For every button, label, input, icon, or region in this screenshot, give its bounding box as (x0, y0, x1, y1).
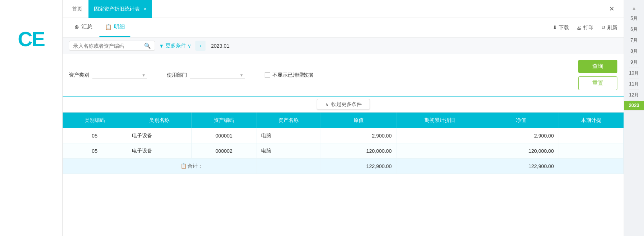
query-button[interactable]: 查询 (578, 60, 617, 73)
col-asset-name: 资产名称 (256, 113, 321, 128)
total-cell-empty1 (63, 159, 127, 174)
cell-category-name: 电子设备 (127, 143, 191, 159)
tab-summary[interactable]: ⊛ 汇总 (69, 18, 98, 37)
timeline-month-item[interactable]: 9月 (629, 57, 639, 68)
print-icon: 🖨 (577, 25, 582, 30)
cell-original-value: 120,000.00 (321, 143, 397, 159)
cell-asset-name: 电脑 (256, 143, 321, 159)
main-content: 首页 固定资产折旧统计表 × ✕ ⊛ 汇总 📋 明细 ⬇ 下载 🖨 打印 (63, 0, 624, 236)
col-category-code: 类别编码 (63, 113, 127, 128)
download-icon: ⬇ (553, 25, 557, 30)
date-nav-arrow[interactable]: › (195, 41, 206, 51)
collapse-button[interactable]: ∧ 收起更多条件 (317, 99, 370, 110)
download-button[interactable]: ⬇ 下载 (553, 24, 569, 31)
dept-label: 使用部门 (167, 72, 187, 79)
reset-button[interactable]: 重置 (578, 76, 617, 90)
download-label: 下载 (559, 24, 569, 31)
tab-summary-label: 汇总 (81, 23, 92, 30)
dept-select[interactable] (190, 71, 245, 79)
search-input[interactable] (73, 43, 142, 49)
table-container: 类别编码 类别名称 资产编码 资产名称 原值 期初累计折旧 净值 本期计提 05… (63, 113, 624, 236)
window-close-button[interactable]: ✕ (606, 4, 617, 14)
cell-current-provision (559, 128, 623, 143)
collapse-row: ∧ 收起更多条件 (63, 97, 624, 113)
search-input-wrapper: 🔍 (69, 41, 155, 51)
col-original-value: 原值 (321, 113, 397, 128)
timeline-month-item[interactable]: 12月 (629, 90, 639, 101)
col-category-name: 类别名称 (127, 113, 191, 128)
right-sidebar: ▲ 5月6月7月8月9月10月11月12月 2023 (624, 0, 644, 236)
tab-detail[interactable]: 📋 明细 (99, 18, 130, 37)
collapse-icon: ∧ (325, 102, 329, 107)
refresh-label: 刷新 (607, 24, 617, 31)
cell-category-code: 05 (63, 143, 127, 159)
detail-icon: 📋 (105, 24, 112, 30)
hide-cleared-label: 不显示已清理数据 (272, 72, 313, 79)
cell-accumulated-dep (397, 128, 483, 143)
refresh-button[interactable]: ↺ 刷新 (601, 24, 617, 31)
timeline-month-item[interactable]: 5月 (629, 13, 639, 24)
filter-icon: ▼ (159, 43, 164, 49)
nav-home[interactable]: 首页 (69, 5, 85, 13)
filter-panel: 资产类别 ▼ 使用部门 ▼ 不显示已清理数 (63, 54, 624, 97)
nav-tab-fixed-asset[interactable]: 固定资产折旧统计表 × (88, 0, 152, 18)
collapse-label: 收起更多条件 (331, 101, 362, 108)
asset-category-select[interactable] (92, 71, 147, 79)
total-current-provision (559, 159, 623, 174)
print-label: 打印 (583, 24, 593, 31)
cell-net-value: 2,900.00 (483, 128, 559, 143)
filter-buttons: 查询 重置 (578, 60, 617, 90)
search-bar: 🔍 ▼ 更多条件 ∨ › 2023.01 (63, 38, 624, 54)
refresh-icon: ↺ (601, 25, 606, 30)
dept-select-wrapper: ▼ (190, 71, 245, 79)
col-current-provision: 本期计提 (559, 113, 623, 128)
dept-field: 使用部门 ▼ (167, 71, 253, 79)
cell-net-value: 120,000.00 (483, 143, 559, 159)
search-icon: 🔍 (144, 43, 151, 49)
timeline-items: 5月6月7月8月9月10月11月12月 (629, 13, 639, 101)
cell-accumulated-dep (397, 143, 483, 159)
col-net-value: 净值 (483, 113, 559, 128)
toolbar-actions: ⬇ 下载 🖨 打印 ↺ 刷新 (553, 24, 617, 31)
timeline-month-item[interactable]: 7月 (629, 35, 639, 46)
top-nav: 首页 固定资产折旧统计表 × ✕ (63, 0, 624, 18)
timeline-month-item[interactable]: 8月 (629, 46, 639, 57)
logo-text: CE (18, 27, 44, 51)
asset-category-field: 资产类别 ▼ (69, 71, 155, 79)
total-accumulated-dep (397, 159, 483, 174)
nav-tab-label: 固定资产折旧统计表 (94, 5, 140, 13)
tab-detail-label: 明细 (114, 23, 125, 30)
filter-row: 资产类别 ▼ 使用部门 ▼ 不显示已清理数 (69, 60, 617, 90)
timeline-month-item[interactable]: 6月 (629, 24, 639, 35)
cell-asset-code: 000001 (191, 128, 256, 143)
cell-current-provision (559, 143, 623, 159)
summary-icon: ⊛ (74, 24, 79, 30)
col-accumulated-dep: 期初累计折旧 (397, 113, 483, 128)
asset-table: 类别编码 类别名称 资产编码 资产名称 原值 期初累计折旧 净值 本期计提 05… (63, 113, 624, 174)
table-row: 05 电子设备 000002 电脑 120,000.00 120,000.00 (63, 143, 624, 159)
more-conditions-label: 更多条件 (166, 42, 186, 49)
cell-original-value: 2,900.00 (321, 128, 397, 143)
scroll-up-button[interactable]: ▲ (624, 3, 644, 13)
cell-asset-code: 000002 (191, 143, 256, 159)
hide-cleared-checkbox-wrapper[interactable]: 不显示已清理数据 (265, 72, 313, 79)
toolbar-tabs: ⊛ 汇总 📋 明细 ⬇ 下载 🖨 打印 ↺ 刷新 (63, 18, 624, 38)
total-cell-empty3 (256, 159, 321, 174)
timeline-month-item[interactable]: 11月 (629, 79, 639, 90)
more-conditions-button[interactable]: ▼ 更多条件 ∨ (159, 42, 191, 49)
print-button[interactable]: 🖨 打印 (577, 24, 593, 31)
cell-asset-name: 电脑 (256, 128, 321, 143)
date-display: 2023.01 (211, 43, 229, 49)
total-cell-empty2: 📋合计： (127, 159, 256, 174)
table-header-row: 类别编码 类别名称 资产编码 资产名称 原值 期初累计折旧 净值 本期计提 (63, 113, 624, 128)
top-nav-right: ✕ (606, 4, 617, 14)
cell-category-name: 电子设备 (127, 128, 191, 143)
app-logo: CE (0, 0, 63, 236)
timeline-month-item[interactable]: 10月 (629, 68, 639, 79)
nav-tab-close[interactable]: × (144, 6, 146, 12)
chevron-down-icon: ∨ (188, 43, 191, 49)
col-asset-code: 资产编码 (191, 113, 256, 128)
cell-category-code: 05 (63, 128, 127, 143)
timeline-year-active[interactable]: 2023 (624, 101, 644, 111)
hide-cleared-checkbox[interactable] (265, 72, 270, 78)
